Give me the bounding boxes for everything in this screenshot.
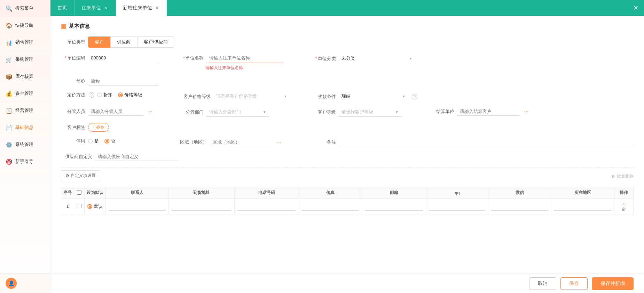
save-button[interactable]: 保存	[560, 277, 588, 290]
tab-home[interactable]: 首页	[50, 0, 74, 16]
th-address: 到货地址	[169, 187, 235, 199]
unit-name-input[interactable]	[206, 54, 283, 62]
sidebar-item-finance[interactable]: 💰 资金管理	[0, 85, 50, 102]
radio-discount-circle	[97, 92, 102, 97]
payment-terms-group: 收款条件 现结 ▼ ?	[312, 92, 634, 101]
td-address	[169, 199, 235, 214]
customer-price-select[interactable]: 请选择客户价格等级 ▼	[213, 92, 290, 101]
radio-discount[interactable]: 折扣	[97, 92, 112, 98]
wechat-input[interactable]	[491, 202, 548, 211]
settings-icon: ⚙	[65, 173, 69, 178]
settle-unit-more-btn[interactable]: ···	[523, 108, 530, 115]
tags-group: 客户标签 + 标签	[61, 123, 634, 132]
radio-price-level[interactable]: 价格等级	[118, 92, 142, 98]
sidebar-item-quick-nav[interactable]: 🏠 快捷导航	[0, 17, 50, 34]
contact-input[interactable]	[109, 202, 166, 211]
delete-row-button[interactable]: 🗑	[620, 206, 628, 212]
department-select[interactable]: 请输入分管部门 ▼	[206, 107, 269, 117]
cart-icon: 🛒	[6, 56, 13, 63]
settle-unit-input[interactable]	[457, 107, 520, 116]
td-phone	[235, 199, 299, 214]
th-contact: 联系人	[106, 187, 169, 199]
manager-row: 分管人员 ··· 分管部门 请输入分管部门 ▼ 客户等级 请选择客户等级 ▼	[61, 107, 634, 117]
custom-settings-label: 自定义项设置	[71, 173, 96, 179]
supplier-custom-input[interactable]	[95, 153, 179, 161]
alias-row: 简称	[61, 77, 634, 86]
custom-settings-button[interactable]: ⚙ 自定义项设置	[61, 170, 100, 181]
supplier-custom-label: 供应商自定义	[61, 154, 92, 160]
sidebar-item-sales[interactable]: 📊 销售管理	[0, 34, 50, 51]
sidebar-item-label: 新手引导	[15, 158, 33, 165]
region-more-btn[interactable]: ···	[275, 139, 283, 145]
sidebar: 🔍 搜索菜单 🏠 快捷导航 📊 销售管理 🛒 采购管理 📦 库存核算 💰 资金管…	[0, 0, 50, 293]
row-checkbox[interactable]	[77, 204, 81, 208]
section-icon: ▣	[61, 23, 66, 30]
sidebar-item-inventory[interactable]: 📦 库存核算	[0, 68, 50, 85]
supplier-custom-group: 供应商自定义	[61, 153, 200, 161]
cancel-button[interactable]: 取消	[529, 277, 556, 290]
tab-counterparty[interactable]: 往来单位 ✕	[74, 0, 116, 16]
sidebar-item-basic-info[interactable]: 📄 基础信息	[0, 119, 50, 136]
radio-no[interactable]: 否	[104, 138, 115, 144]
region-input[interactable]	[210, 138, 273, 146]
chevron-down-icon: ▼	[263, 110, 266, 114]
manager-more-btn[interactable]: ···	[147, 108, 154, 115]
region-table-input[interactable]	[554, 202, 611, 211]
table-row: 1 默认	[61, 199, 634, 214]
chart-icon: 📊	[6, 39, 13, 46]
sidebar-item-guide[interactable]: 🎯 新手引导	[0, 153, 50, 170]
tab-bar-close-button[interactable]: ✕	[628, 4, 644, 12]
phone-input[interactable]	[237, 202, 296, 211]
payment-help-icon[interactable]: ?	[412, 94, 417, 99]
sidebar-item-search[interactable]: 🔍 搜索菜单	[0, 0, 50, 17]
add-row-button[interactable]: +	[621, 201, 627, 206]
sidebar-item-label: 资金管理	[15, 90, 33, 97]
fax-input[interactable]	[302, 202, 359, 211]
disabled-radio-group: 是 否	[88, 138, 115, 144]
department-placeholder: 请输入分管部门	[209, 109, 241, 115]
address-input[interactable]	[172, 202, 231, 211]
sidebar-item-operations[interactable]: 📋 经营管理	[0, 102, 50, 119]
disabled-row: 停用 是 否 区域（地区） ···	[61, 138, 634, 146]
sidebar-item-label: 经营管理	[15, 107, 33, 114]
email-input[interactable]	[365, 202, 423, 211]
unit-type-row: 单位类型 客户 供应商 客户/供应商	[61, 36, 634, 48]
tab-new-counterparty[interactable]: 新增往来单位 ✕	[116, 0, 167, 16]
chevron-down-icon: ▼	[395, 110, 399, 114]
customer-level-select[interactable]: 请选择客户等级 ▼	[339, 107, 401, 117]
pricing-help-icon[interactable]: ?	[89, 92, 94, 98]
tab-bar: 首页 往来单位 ✕ 新增往来单位 ✕ ✕	[50, 0, 644, 16]
tab-counterparty-close[interactable]: ✕	[103, 5, 109, 11]
unit-code-input[interactable]	[88, 54, 158, 62]
alias-label: 简称	[61, 78, 85, 84]
sidebar-item-purchase[interactable]: 🛒 采购管理	[0, 51, 50, 68]
type-btn-customer[interactable]: 客户	[88, 36, 110, 48]
type-buttons: 客户 供应商 客户/供应商	[88, 36, 174, 48]
sidebar-item-system[interactable]: ⚙️ 系统管理	[0, 136, 50, 153]
radio-default[interactable]: 默认	[87, 203, 103, 210]
select-all-checkbox[interactable]	[77, 190, 81, 195]
sidebar-bottom: 👤	[0, 273, 50, 293]
guide-icon: 🎯	[6, 158, 13, 165]
type-btn-supplier[interactable]: 供应商	[110, 36, 137, 48]
payment-terms-select[interactable]: 现结 ▼	[339, 92, 408, 101]
home-icon: 🏠	[6, 22, 13, 29]
manager-input[interactable]	[88, 107, 144, 116]
sidebar-item-label: 搜索菜单	[15, 5, 33, 11]
doc-icon: 📄	[6, 124, 13, 131]
customer-level-group: 客户等级 请选择客户等级 ▼	[312, 107, 430, 117]
tab-new-counterparty-close[interactable]: ✕	[154, 5, 160, 11]
settle-unit-label: 结算单位	[430, 108, 454, 115]
tag-add-button[interactable]: + 标签	[88, 123, 109, 132]
remark-input[interactable]	[339, 138, 634, 146]
save-and-new-button[interactable]: 保存并新增	[592, 277, 634, 290]
radio-yes[interactable]: 是	[88, 138, 99, 144]
radio-price-level-circle	[118, 92, 123, 97]
form-divider	[61, 167, 634, 168]
unit-category-select[interactable]: 未分类 ▼	[339, 54, 415, 63]
tab-home-label: 首页	[57, 5, 67, 11]
unit-code-label: *单位编码	[61, 55, 85, 61]
alias-input[interactable]	[88, 77, 158, 86]
qq-input[interactable]	[429, 202, 485, 211]
type-btn-both[interactable]: 客户/供应商	[137, 36, 174, 48]
